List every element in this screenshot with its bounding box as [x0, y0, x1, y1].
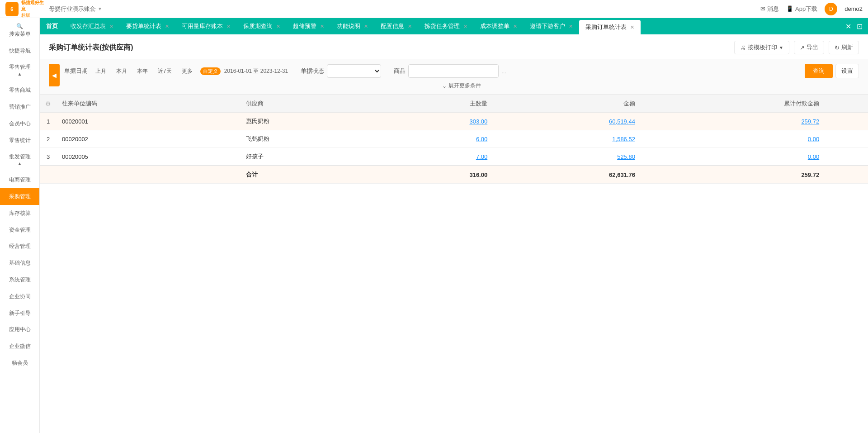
sidebar-item-app-center[interactable]: 应用中心: [0, 321, 39, 338]
goods-input[interactable]: [408, 64, 499, 78]
close-window-button[interactable]: ✕: [844, 21, 853, 32]
tab-purchase-order-stats[interactable]: 采购订单统计表 ✕: [579, 20, 641, 34]
sidebar-item-wholesale-mgmt[interactable]: 批发管理 ▲: [0, 148, 39, 171]
close-icon[interactable]: ✕: [320, 24, 324, 29]
more-date-btn[interactable]: 更多: [178, 66, 197, 76]
row-2-amount[interactable]: 1,586.52: [493, 130, 641, 148]
close-icon[interactable]: ✕: [513, 24, 517, 29]
sidebar-item-purchase-mgmt[interactable]: 采购管理: [0, 188, 39, 205]
row-index-3: 3: [40, 148, 57, 166]
filter-collapse-button[interactable]: ◀: [49, 64, 60, 86]
content-area: 首页 收发存汇总表 ✕ 要货单统计表 ✕ 可用量库存账本 ✕ 保质期查询 ✕: [40, 18, 868, 433]
data-table: ⚙ 往来单位编码 供应商 主数量 金额 累计付款金额: [40, 95, 868, 184]
table-row: 3 00020005 好孩子 7.00 525.80 0.00: [40, 148, 868, 166]
close-icon[interactable]: ✕: [165, 24, 169, 29]
message-icon: ✉: [760, 5, 765, 12]
tab-invite-downstream[interactable]: 邀请下游客户 ✕: [524, 18, 579, 34]
row-1-supplier: 惠氏奶粉: [241, 113, 377, 130]
sidebar-item-new-guide[interactable]: 新手引导: [0, 305, 39, 322]
tab-function-desc[interactable]: 功能说明 ✕: [330, 18, 374, 34]
logo-icon: 6: [5, 2, 19, 16]
last-month-btn[interactable]: 上月: [91, 66, 110, 76]
sidebar-item-enterprise-wechat[interactable]: 企业微信: [0, 338, 39, 355]
message-button[interactable]: ✉ 消息: [760, 5, 779, 13]
sidebar-item-quick-nav[interactable]: 快捷导航: [0, 43, 39, 59]
settings-icon[interactable]: ⚙: [45, 100, 51, 107]
maximize-button[interactable]: ⊡: [855, 21, 864, 32]
footer-quantity: 316.00: [378, 166, 493, 184]
row-3-paid-amount[interactable]: 0.00: [641, 148, 825, 166]
sidebar-item-search[interactable]: 🔍 搜索菜单: [0, 18, 39, 43]
footer-amount: 62,631.76: [493, 166, 641, 184]
close-icon[interactable]: ✕: [276, 24, 280, 29]
row-1-paid-amount[interactable]: 259.72: [641, 113, 825, 130]
sidebar-item-operation[interactable]: 经营管理: [0, 238, 39, 255]
col-header-supplier: 供应商: [241, 95, 377, 113]
last-7-days-btn[interactable]: 近7天: [154, 66, 176, 76]
sidebar-item-finance[interactable]: 资金管理: [0, 222, 39, 238]
row-1-quantity[interactable]: 303.00: [378, 113, 493, 130]
this-year-btn[interactable]: 本年: [133, 66, 152, 76]
refresh-button[interactable]: ↻ 刷新: [829, 41, 859, 54]
chevron-down-icon: ⌄: [442, 83, 447, 89]
row-3-quantity[interactable]: 7.00: [378, 148, 493, 166]
sidebar-item-retail-shop[interactable]: 零售商城: [0, 82, 39, 99]
nav-tabs: 首页 收发存汇总表 ✕ 要货单统计表 ✕ 可用量库存账本 ✕ 保质期查询 ✕: [40, 18, 868, 34]
row-3-amount[interactable]: 525.80: [493, 148, 641, 166]
sidebar-item-enterprise-collab[interactable]: 企业协同: [0, 288, 39, 305]
sidebar-item-retail-stats[interactable]: 零售统计: [0, 132, 39, 149]
tab-goods-stats[interactable]: 要货单统计表 ✕: [120, 18, 175, 34]
sidebar-item-ecommerce[interactable]: 电商管理: [0, 171, 39, 188]
expand-filter-button[interactable]: ⌄ 展开更多条件: [442, 82, 481, 90]
close-icon[interactable]: ✕: [109, 24, 113, 29]
sidebar-item-basic-info[interactable]: 基础信息: [0, 255, 39, 271]
print-button[interactable]: 🖨 按模板打印 ▼: [734, 41, 789, 54]
sidebar-item-inventory[interactable]: 库存核算: [0, 205, 39, 222]
close-icon[interactable]: ✕: [569, 24, 573, 29]
row-2-paid-amount[interactable]: 0.00: [641, 130, 825, 148]
avatar[interactable]: D: [825, 3, 837, 15]
sidebar-item-system[interactable]: 系统管理: [0, 271, 39, 288]
sidebar-item-retail-mgmt[interactable]: 零售管理 ▲: [0, 59, 39, 82]
footer-paid-amount: 259.72: [641, 166, 825, 184]
row-index-1: 1: [40, 113, 57, 130]
tab-home[interactable]: 首页: [40, 18, 64, 34]
close-icon[interactable]: ✕: [226, 24, 231, 29]
sidebar-item-marketing[interactable]: 营销推广: [0, 99, 39, 115]
app-download-button[interactable]: 📱 App下载: [786, 5, 817, 13]
this-month-btn[interactable]: 本月: [112, 66, 131, 76]
sidebar-item-member[interactable]: 畅会员: [0, 355, 39, 371]
page-title: 采购订单统计表(按供应商): [49, 43, 133, 52]
close-icon[interactable]: ✕: [364, 24, 368, 29]
row-3-code: 00020005: [57, 148, 241, 166]
row-2-quantity[interactable]: 6.00: [378, 130, 493, 148]
search-button[interactable]: 查询: [805, 64, 833, 78]
close-icon[interactable]: ✕: [463, 24, 467, 29]
row-2-code: 00020002: [57, 130, 241, 148]
col-header-extra: [825, 95, 868, 113]
tab-config-info[interactable]: 配置信息 ✕: [374, 18, 418, 34]
top-bar: 6 畅捷通好生意 标版 母婴行业演示账套 ▼ ✉ 消息 📱 App下载 D de…: [0, 0, 868, 18]
close-icon[interactable]: ✕: [630, 24, 634, 30]
tab-cost-adjust[interactable]: 成本调整单 ✕: [474, 18, 524, 34]
tab-shelf-life[interactable]: 保质期查询 ✕: [237, 18, 287, 34]
close-icon[interactable]: ✕: [408, 24, 412, 29]
custom-date-badge[interactable]: 自定义: [200, 67, 221, 75]
tab-collect-dispatch[interactable]: 收发存汇总表 ✕: [64, 18, 120, 34]
workspace-selector[interactable]: 母婴行业演示账套 ▼: [49, 5, 102, 13]
col-header-amount: 金额: [493, 95, 641, 113]
tab-pick-task[interactable]: 拣货任务管理 ✕: [418, 18, 474, 34]
sidebar-item-member-center[interactable]: 会员中心: [0, 115, 39, 132]
row-index-2: 2: [40, 130, 57, 148]
more-fields-btn[interactable]: ...: [501, 68, 506, 75]
export-button[interactable]: ↗ 导出: [794, 41, 824, 54]
username-label: demo2: [844, 5, 863, 12]
tab-overstock-warning[interactable]: 超储预警 ✕: [287, 18, 330, 34]
status-select[interactable]: [327, 64, 381, 78]
tab-available-inventory[interactable]: 可用量库存账本 ✕: [175, 18, 237, 34]
setting-button[interactable]: 设置: [835, 64, 859, 78]
row-1-amount[interactable]: 60,519.44: [493, 113, 641, 130]
logo-text: 畅捷通好生意 标版: [21, 0, 45, 19]
goods-label: 商品: [394, 67, 406, 75]
table-area: ⚙ 往来单位编码 供应商 主数量 金额 累计付款金额: [40, 95, 868, 184]
